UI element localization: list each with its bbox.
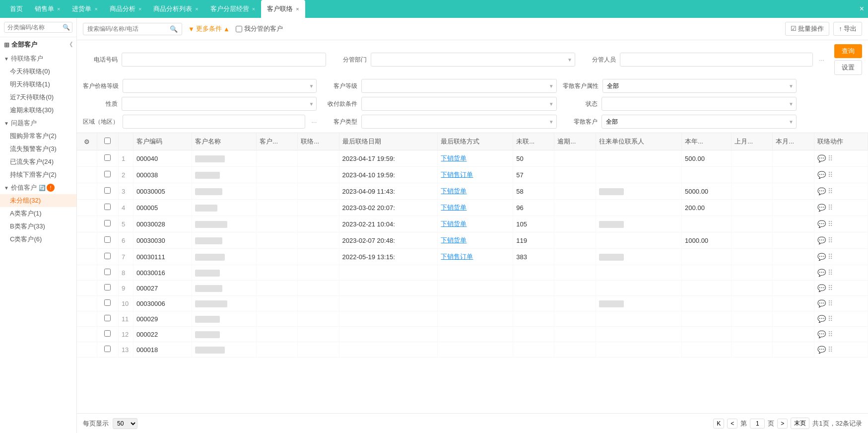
row-checkbox[interactable] [104, 171, 111, 177]
nature-select[interactable] [122, 97, 317, 111]
more-actions-icon[interactable]: ⠿ [828, 187, 833, 195]
last-contact-method-cell[interactable]: 下销售订单 [438, 167, 513, 183]
row-checkbox[interactable] [104, 154, 111, 161]
sidebar-item-overdue[interactable]: 逾期未联络(30) [0, 104, 76, 117]
checkbox-cell[interactable] [97, 200, 118, 216]
more-actions-icon[interactable]: ⠿ [828, 269, 833, 277]
contact-icon[interactable]: 💬 [817, 187, 826, 195]
retail-customer-select[interactable]: 全部 [601, 115, 797, 129]
close-tab-sales[interactable]: × [57, 6, 60, 12]
checkbox-cell[interactable] [97, 150, 118, 167]
last-contact-method-cell[interactable]: 下销货单 [438, 183, 513, 200]
next-page-btn[interactable]: > [777, 419, 788, 429]
more-actions-icon[interactable]: ⠿ [828, 299, 833, 307]
checkbox-cell[interactable] [97, 167, 118, 183]
payment-select[interactable] [361, 97, 556, 111]
phone-input[interactable] [122, 53, 326, 67]
tab-purchase[interactable]: 进货单 × [66, 0, 103, 18]
row-checkbox[interactable] [104, 253, 111, 259]
close-window-btn[interactable]: × [860, 4, 864, 13]
status-select[interactable] [601, 97, 797, 111]
more-actions-icon[interactable]: ⠿ [828, 171, 833, 179]
unit-contact-col-header[interactable]: 往来单位联系人 [596, 133, 682, 150]
page-number-input[interactable] [750, 419, 765, 429]
manager-dots-btn[interactable]: ··· [819, 56, 824, 64]
checkbox-cell[interactable] [97, 216, 118, 232]
last-contact-method-cell[interactable]: 下销货单 [438, 232, 513, 249]
last-contact-method-cell[interactable] [438, 327, 513, 342]
more-actions-icon[interactable]: ⠿ [828, 253, 833, 261]
checkbox-cell[interactable] [97, 342, 118, 358]
close-tab-product-analysis[interactable]: × [138, 6, 141, 12]
contact-icon[interactable]: 💬 [817, 299, 826, 307]
last-contact-method-cell[interactable] [438, 296, 513, 311]
contact-icon[interactable]: 💬 [817, 220, 826, 228]
more-actions-icon[interactable]: ⠿ [828, 220, 833, 228]
sidebar-item-declining[interactable]: 持续下滑客户(2) [0, 168, 76, 181]
row-checkbox[interactable] [104, 330, 111, 337]
sidebar-item-churned[interactable]: 已流失客户(24) [0, 155, 76, 168]
not-contacted-col-header[interactable]: 未联... [513, 133, 554, 150]
last-contact-method-cell[interactable]: 下销货单 [438, 216, 513, 232]
last-contact-method-cell[interactable] [438, 342, 513, 358]
checkbox-cell[interactable] [97, 183, 118, 200]
sidebar-item-a-class[interactable]: A类客户(1) [0, 207, 76, 220]
more-actions-icon[interactable]: ⠿ [828, 236, 833, 244]
filter-search-input[interactable] [87, 25, 170, 32]
first-page-btn[interactable]: K [713, 419, 724, 429]
last-contact-method-cell[interactable] [438, 311, 513, 327]
checkbox-col-header[interactable] [97, 133, 118, 150]
close-tab-product-list[interactable]: × [195, 6, 198, 12]
tab-customer-contact[interactable]: 客户联络 × [261, 0, 305, 18]
checkbox-cell[interactable] [97, 232, 118, 249]
type-col-header[interactable]: 客户... [257, 133, 298, 150]
contact-icon[interactable]: 💬 [817, 346, 826, 354]
contact-icon[interactable]: 💬 [817, 204, 826, 212]
region-dots-btn[interactable]: ··· [311, 118, 317, 126]
manager-input[interactable] [620, 53, 813, 67]
sidebar-item-ungroup[interactable]: 未分组(32) [0, 194, 76, 207]
more-actions-icon[interactable]: ⠿ [828, 154, 833, 162]
last-contact-method-col-header[interactable]: 最后联络方式 [438, 133, 513, 150]
sidebar-item-tomorrow[interactable]: 明天待联络(1) [0, 78, 76, 91]
row-checkbox[interactable] [104, 299, 111, 306]
sidebar-collapse-btn[interactable]: 《 [67, 41, 72, 49]
checkbox-cell[interactable] [97, 296, 118, 311]
row-checkbox[interactable] [104, 187, 111, 194]
row-checkbox[interactable] [104, 315, 111, 321]
group-pending-contact[interactable]: ▼ 待联络客户 [0, 52, 76, 65]
refresh-icon[interactable]: 🔄 [39, 185, 46, 191]
checkbox-cell[interactable] [97, 265, 118, 281]
select-all-checkbox[interactable] [104, 138, 111, 144]
last-contact-method-cell[interactable]: 下销售订单 [438, 249, 513, 265]
price-grade-select[interactable] [123, 79, 317, 93]
tab-home[interactable]: 首页 [4, 0, 29, 18]
more-actions-icon[interactable]: ⠿ [828, 315, 833, 323]
close-tab-segment[interactable]: × [252, 6, 255, 12]
tab-sales[interactable]: 销售单 × [29, 0, 66, 18]
last-contact-method-cell[interactable]: 下销货单 [438, 200, 513, 216]
sidebar-item-abnormal[interactable]: 囤购异常客户(2) [0, 130, 76, 143]
contact-icon[interactable]: 💬 [817, 269, 826, 277]
sidebar-item-c-class[interactable]: C类客户(6) [0, 233, 76, 246]
overdue-col-header[interactable]: 逾期... [554, 133, 596, 150]
name-col-header[interactable]: 客户名称 [192, 133, 257, 150]
this-year-col-header[interactable]: 本年... [682, 133, 732, 150]
checkbox-cell[interactable] [97, 311, 118, 327]
checkbox-cell[interactable] [97, 327, 118, 342]
last-page-btn[interactable]: 末页 [791, 418, 809, 429]
row-checkbox[interactable] [104, 284, 111, 290]
row-checkbox[interactable] [104, 204, 111, 210]
row-checkbox[interactable] [104, 236, 111, 243]
contact-col-header[interactable]: 联络... [298, 133, 339, 150]
sidebar-item-churn-warning[interactable]: 流失预警客户(3) [0, 143, 76, 155]
tab-product-analysis[interactable]: 商品分析 × [104, 0, 147, 18]
my-customers-filter[interactable]: 我分管的客户 [236, 24, 283, 33]
settings-col-header[interactable]: ⚙ [77, 133, 97, 150]
row-checkbox[interactable] [104, 346, 111, 352]
more-actions-icon[interactable]: ⠿ [828, 204, 833, 212]
contact-icon[interactable]: 💬 [817, 171, 826, 179]
row-checkbox[interactable] [104, 220, 111, 226]
sidebar-item-b-class[interactable]: B类客户(33) [0, 220, 76, 233]
query-btn[interactable]: 查询 [834, 44, 862, 58]
